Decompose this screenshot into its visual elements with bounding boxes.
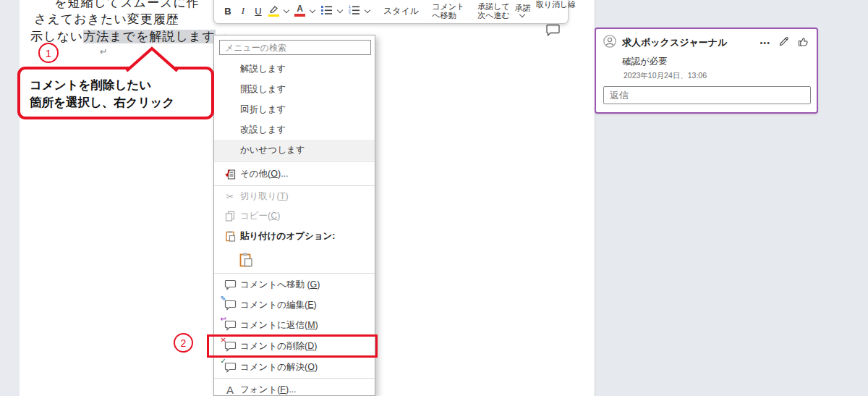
accept-label: 承諾 xyxy=(515,4,531,13)
selected-text[interactable]: 方法までを解説します xyxy=(83,30,215,43)
menu-item-label: コメントの削除( xyxy=(240,341,307,351)
menu-item-suggestion[interactable]: 開設します xyxy=(214,79,375,99)
menu-item-resolve-comment[interactable]: ✓ コメントの解決(O) xyxy=(214,357,375,377)
font-color-button[interactable]: A xyxy=(294,5,305,17)
italic-button[interactable]: I xyxy=(238,5,248,17)
context-menu: 解説します 開設します 回折します 改設します かいせつします その他(O)..… xyxy=(213,35,375,396)
mnemonic: D xyxy=(307,341,314,351)
menu-divider xyxy=(214,273,375,274)
goto-comment-button[interactable]: コメント へ移動 xyxy=(432,2,464,20)
underline-button[interactable]: U xyxy=(253,6,263,17)
menu-item-cut: ✂ 切り取り(T) xyxy=(214,187,375,206)
comment-card[interactable]: 求人ボックスジャーナル ••• 確認が必要 2023年10月24日、13:06 xyxy=(595,28,818,114)
chevron-down-icon[interactable] xyxy=(365,7,370,12)
menu-divider xyxy=(214,378,375,379)
menu-item-label: コメントに返信( xyxy=(240,320,307,330)
paste-option-keep-source[interactable] xyxy=(214,246,375,272)
doc-line-1: を短縮してスムーズに作 xyxy=(54,0,200,11)
step2-number-badge: 2 xyxy=(174,333,193,353)
mnemonic: M xyxy=(307,320,315,330)
edit-accent: ✎ xyxy=(221,295,226,303)
menu-item-label: その他( xyxy=(240,169,271,179)
mini-format-toolbar: B I U A 123 スタイル コメント へ移動 承諾して 次へ進む 承諾 xyxy=(213,0,569,24)
paste-option-icon xyxy=(239,252,253,267)
menu-item-label: ) xyxy=(314,341,317,351)
menu-item-suggestion-highlighted[interactable]: かいせつします xyxy=(214,140,375,161)
menu-item-reply-comment[interactable]: ↩ コメントに返信(M) xyxy=(214,315,375,335)
delete-accent: ✕ xyxy=(221,337,226,344)
menu-divider xyxy=(214,161,375,162)
mnemonic: O xyxy=(271,169,278,179)
accept-next-button[interactable]: 承諾して 次へ進む xyxy=(477,2,510,20)
mnemonic: G xyxy=(310,279,318,290)
doc-line-3-prefix: 示しない xyxy=(30,30,83,43)
menu-item-label: )... xyxy=(278,169,289,179)
comment-text: 確認が必要 xyxy=(622,56,809,68)
callout-text-line2: 箇所を選択し、右クリック xyxy=(30,93,211,111)
menu-search-input[interactable] xyxy=(219,40,371,55)
comment-resolve-icon: ✓ xyxy=(220,362,240,373)
menu-item-suggestion[interactable]: 解説します xyxy=(214,59,375,79)
callout-pointer xyxy=(123,46,181,73)
menu-item-label: コメントへ移動 ( xyxy=(240,279,310,290)
menu-divider xyxy=(214,185,375,186)
strikethrough-button[interactable]: 取り消し線 xyxy=(536,0,576,9)
paste-options-label: 貼り付けのオプション: xyxy=(214,226,375,246)
bullet-list-button[interactable] xyxy=(320,4,333,17)
accept-next-line2: 次へ進む xyxy=(477,11,510,20)
menu-item-edit-comment[interactable]: ✎ コメントの編集(E) xyxy=(214,295,375,315)
mnemonic: F xyxy=(280,384,286,395)
menu-item-delete-comment[interactable]: ✕ コメントの削除(D) xyxy=(214,335,375,357)
accept-button[interactable]: 承諾 xyxy=(515,4,531,17)
font-color-letter: A xyxy=(297,5,303,13)
paragraph-mark: ↵ xyxy=(100,46,108,57)
menu-item-goto-comment[interactable]: コメントへ移動 (G) xyxy=(214,274,375,295)
callout-text-line1: コメントを削除したい xyxy=(30,76,211,93)
menu-item-font[interactable]: A フォント(F)... xyxy=(214,379,375,396)
step1-callout: コメントを削除したい 箇所を選択し、右クリック xyxy=(17,67,214,119)
highlight-color-button[interactable] xyxy=(268,5,279,17)
style-button[interactable]: スタイル xyxy=(383,5,419,17)
menu-item-more[interactable]: その他(O)... xyxy=(214,163,375,185)
menu-item-label: ) xyxy=(317,279,320,290)
comment-anchor-icon[interactable] xyxy=(546,24,561,39)
menu-item-label: ) xyxy=(313,300,316,310)
menu-item-suggestion[interactable]: 改設します xyxy=(214,119,375,140)
goto-comment-line2: へ移動 xyxy=(432,11,456,20)
menu-item-label: フォント( xyxy=(240,384,280,395)
reply-input[interactable] xyxy=(604,87,810,104)
numbered-list-icon: 123 xyxy=(348,4,360,14)
spelling-more-icon xyxy=(220,169,240,180)
edit-comment-icon[interactable] xyxy=(778,35,790,50)
menu-item-label: コメントの解決( xyxy=(240,362,307,372)
highlight-color-chip xyxy=(268,14,279,17)
mnemonic: C xyxy=(271,211,277,221)
menu-item-label: ) xyxy=(315,320,318,330)
menu-item-copy: コピー(C) xyxy=(214,206,375,226)
svg-text:3: 3 xyxy=(349,12,351,15)
comment-reply-icon: ↩ xyxy=(220,320,240,331)
numbered-list-button[interactable]: 123 xyxy=(348,4,360,17)
step1-number-badge: 1 xyxy=(38,43,59,63)
like-icon[interactable] xyxy=(798,35,809,50)
doc-line-3: 示しない方法までを解説します ↵ xyxy=(30,28,228,45)
scissors-icon: ✂ xyxy=(220,191,240,202)
font-color-chip xyxy=(294,14,305,17)
bullet-list-icon xyxy=(320,4,333,14)
chevron-down-icon[interactable] xyxy=(337,7,343,12)
avatar xyxy=(603,35,616,51)
more-options-icon[interactable]: ••• xyxy=(760,38,770,47)
font-icon: A xyxy=(220,384,240,396)
bold-button[interactable]: B xyxy=(223,6,233,17)
chevron-down-icon[interactable] xyxy=(310,7,315,12)
menu-item-label: 貼り付けのオプション: xyxy=(240,230,336,243)
chevron-down-icon[interactable] xyxy=(284,7,289,12)
menu-item-label: )... xyxy=(286,384,297,395)
menu-item-label: ) xyxy=(285,191,288,201)
comment-timestamp: 2023年10月24日、13:06 xyxy=(624,71,809,81)
menu-item-label: コピー( xyxy=(240,211,271,221)
menu-item-suggestion[interactable]: 回折します xyxy=(214,99,375,119)
resolve-accent: ✓ xyxy=(221,358,226,365)
reply-field-wrapper xyxy=(603,86,811,104)
comment-author: 求人ボックスジャーナル xyxy=(622,36,760,49)
